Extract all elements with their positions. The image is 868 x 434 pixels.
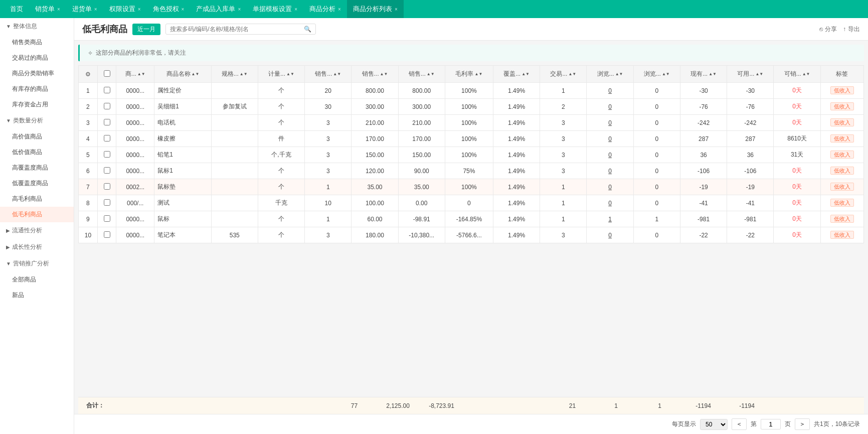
close-icon[interactable]: ×	[182, 7, 185, 12]
row-select-checkbox[interactable]	[104, 87, 110, 93]
sort-icon[interactable]: ▲▼	[192, 72, 200, 76]
row-checkbox[interactable]	[97, 179, 116, 195]
row-select-checkbox[interactable]	[104, 103, 110, 109]
row-checkbox[interactable]	[97, 83, 116, 99]
row-checkbox[interactable]	[97, 195, 116, 211]
row-view1[interactable]: 0	[587, 227, 633, 243]
row-name[interactable]: 鼠标垫	[154, 179, 211, 195]
row-checkbox[interactable]	[97, 99, 116, 115]
nav-sales[interactable]: 销货单×	[29, 0, 66, 18]
row-view1[interactable]: 0	[587, 131, 633, 147]
nav-product-analysis-list[interactable]: 商品分析列表×	[347, 0, 404, 18]
sort-icon[interactable]: ▲▼	[333, 72, 341, 76]
row-select-checkbox[interactable]	[104, 167, 110, 174]
row-checkbox[interactable]	[97, 131, 116, 147]
sidebar-group-growth[interactable]: ▶ 成长性分析	[0, 239, 74, 255]
search-input[interactable]	[170, 26, 304, 33]
row-select-checkbox[interactable]	[104, 119, 110, 125]
row-view1[interactable]: 0	[587, 163, 633, 179]
sidebar-item-high-coverage[interactable]: 高覆盖度商品	[0, 160, 74, 176]
close-icon[interactable]: ×	[395, 7, 398, 12]
close-icon[interactable]: ×	[94, 7, 97, 12]
row-checkbox[interactable]	[97, 115, 116, 131]
page-number-input[interactable]	[761, 419, 781, 429]
row-name[interactable]: 鼠标	[154, 211, 211, 227]
sidebar-item-low-value[interactable]: 低价值商品	[0, 144, 74, 160]
sort-icon[interactable]: ▲▼	[286, 72, 294, 76]
row-select-checkbox[interactable]	[104, 231, 110, 238]
row-view1[interactable]: 0	[587, 179, 633, 195]
sort-icon[interactable]: ▲▼	[755, 72, 763, 76]
sidebar-item-in-stock[interactable]: 有库存的商品	[0, 81, 74, 97]
sidebar-item-low-coverage[interactable]: 低覆盖度商品	[0, 176, 74, 191]
nav-template-settings[interactable]: 单据模板设置×	[247, 0, 303, 18]
row-view1[interactable]: 0	[587, 83, 633, 99]
close-icon[interactable]: ×	[338, 7, 341, 12]
row-select-checkbox[interactable]	[104, 215, 110, 222]
row-view1[interactable]: 0	[587, 195, 633, 211]
sort-icon[interactable]: ▲▼	[240, 72, 248, 76]
close-icon[interactable]: ×	[57, 7, 60, 12]
col-checkbox[interactable]	[97, 66, 116, 83]
sidebar-item-new-goods[interactable]: 新品	[0, 287, 74, 303]
row-name[interactable]: 吴细细1	[154, 99, 211, 115]
date-filter-button[interactable]: 近一月	[132, 24, 160, 35]
row-select-checkbox[interactable]	[104, 199, 110, 206]
select-all-checkbox[interactable]	[104, 70, 110, 77]
row-name[interactable]: 鼠标1	[154, 163, 211, 179]
close-icon[interactable]: ×	[138, 7, 141, 12]
row-checkbox[interactable]	[97, 163, 116, 179]
row-checkbox[interactable]	[97, 147, 116, 163]
sort-icon[interactable]: ▲▼	[137, 72, 145, 76]
search-icon[interactable]: 🔍	[304, 26, 311, 33]
nav-product-analysis[interactable]: 商品分析×	[303, 0, 347, 18]
nav-permissions[interactable]: 权限设置×	[103, 0, 147, 18]
close-icon[interactable]: ×	[238, 7, 241, 12]
sort-icon[interactable]: ▲▼	[615, 72, 623, 76]
row-view1[interactable]: 0	[587, 147, 633, 163]
sort-icon[interactable]: ▲▼	[522, 72, 530, 76]
row-name[interactable]: 属性定价	[154, 83, 211, 99]
col-settings[interactable]: ⚙	[79, 66, 98, 83]
row-view1[interactable]: 1	[587, 211, 633, 227]
sort-icon[interactable]: ▲▼	[380, 72, 388, 76]
nav-roles[interactable]: 角色授权×	[147, 0, 191, 18]
close-icon[interactable]: ×	[294, 7, 297, 12]
sort-icon[interactable]: ▲▼	[709, 72, 717, 76]
next-page-button[interactable]: ＞	[795, 418, 810, 430]
sidebar-group-circulation[interactable]: ▶ 流通性分析	[0, 222, 74, 239]
sidebar-group-overall[interactable]: ▼ 整体信息	[0, 18, 74, 35]
export-button[interactable]: ↑ 导出	[843, 25, 860, 34]
sidebar-item-traded-goods[interactable]: 交易过的商品	[0, 50, 74, 66]
row-name[interactable]: 测试	[154, 195, 211, 211]
sidebar-item-category-rate[interactable]: 商品分类助销率	[0, 66, 74, 81]
row-select-checkbox[interactable]	[104, 135, 110, 141]
row-name[interactable]: 笔记本	[154, 227, 211, 243]
sort-icon[interactable]: ▲▼	[662, 72, 670, 76]
nav-home[interactable]: 首页	[4, 0, 29, 18]
row-name[interactable]: 橡皮擦	[154, 131, 211, 147]
row-view1[interactable]: 0	[587, 99, 633, 115]
share-button[interactable]: ⎋ 分享	[819, 25, 837, 34]
sidebar-group-marketing[interactable]: ▼ 营销推广分析	[0, 255, 74, 272]
sort-icon[interactable]: ▲▼	[802, 72, 810, 76]
row-checkbox[interactable]	[97, 211, 116, 227]
sidebar-group-quantity[interactable]: ▼ 类数量分析	[0, 112, 74, 129]
prev-page-button[interactable]: ＜	[732, 418, 747, 430]
nav-product-entry[interactable]: 产成品入库单×	[190, 0, 247, 18]
row-name[interactable]: 铅笔1	[154, 147, 211, 163]
sidebar-item-low-margin[interactable]: 低毛利商品	[0, 207, 74, 222]
row-select-checkbox[interactable]	[104, 151, 110, 158]
row-name[interactable]: 电话机	[154, 115, 211, 131]
sidebar-item-all-goods[interactable]: 全部商品	[0, 272, 74, 287]
sidebar-item-sales-goods[interactable]: 销售类商品	[0, 35, 74, 50]
sidebar-item-stock-capital[interactable]: 库存资金占用	[0, 97, 74, 112]
row-view1[interactable]: 0	[587, 115, 633, 131]
row-select-checkbox[interactable]	[104, 183, 110, 190]
sort-icon[interactable]: ▲▼	[568, 72, 576, 76]
sidebar-item-high-margin[interactable]: 高毛利商品	[0, 191, 74, 207]
row-checkbox[interactable]	[97, 227, 116, 243]
nav-purchase[interactable]: 进货单×	[66, 0, 103, 18]
page-size-select[interactable]: 50 20 100	[700, 419, 728, 430]
sort-icon[interactable]: ▲▼	[474, 72, 482, 76]
